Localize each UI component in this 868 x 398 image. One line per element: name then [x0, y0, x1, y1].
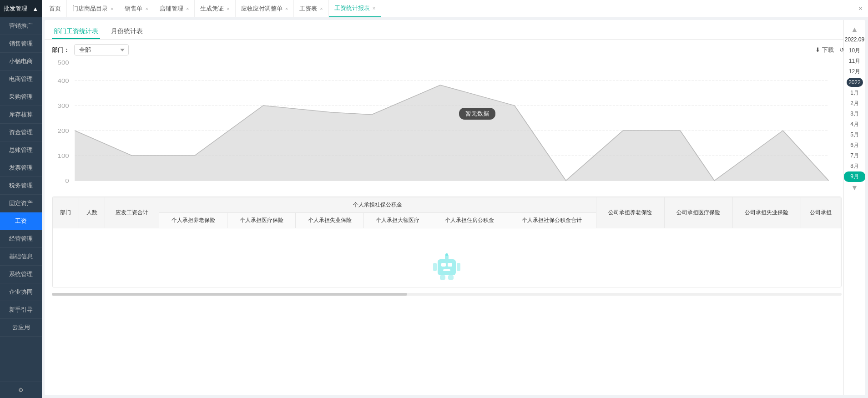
tab-gen-voucher[interactable]: 生成凭证 ×	[195, 0, 235, 17]
svg-rect-15	[443, 269, 450, 271]
sidebar-item-xsgl[interactable]: 销售管理	[0, 35, 42, 53]
sidebar-item-qyxt[interactable]: 企业协同	[0, 283, 42, 301]
tab-store-catalog[interactable]: 门店商品目录 ×	[67, 0, 119, 17]
download-button[interactable]: ⬇ 下载	[815, 46, 834, 54]
sidebar-toggle-icon[interactable]: ▲	[32, 5, 38, 12]
col-company-unemployment: 公司承担失业保险	[732, 197, 801, 228]
sidebar-item-xtgl[interactable]: 系统管理	[0, 266, 42, 283]
sidebar-title: 批发管理	[4, 5, 27, 13]
sidebar-item-kchsg[interactable]: 库存核算	[0, 106, 42, 124]
col-p-medical: 个人承担医疗保险	[227, 213, 296, 228]
sidebar-item-gdzc[interactable]: 固定资产	[0, 195, 42, 212]
svg-rect-14	[448, 263, 452, 267]
right-panel: ▲ 2022.09 10月 11月 12月 2022 1月 2月 3月	[843, 20, 865, 395]
col-count: 人数	[79, 197, 105, 228]
close-icon[interactable]: ×	[186, 6, 189, 11]
tab-store-mgmt[interactable]: 店铺管理 ×	[154, 0, 195, 17]
month-feb[interactable]: 2月	[844, 98, 865, 109]
sidebar-item-dsg1[interactable]: 电商管理	[0, 71, 42, 88]
col-p-pension: 个人承担养老保险	[159, 213, 227, 228]
svg-text:400: 400	[58, 78, 70, 84]
svg-text:0: 0	[65, 178, 69, 184]
svg-rect-12	[438, 259, 456, 275]
svg-rect-19	[457, 263, 460, 271]
sidebar-item-jygl[interactable]: 经营管理	[0, 230, 42, 248]
close-icon[interactable]: ×	[111, 6, 113, 11]
sidebar-item-jcxx[interactable]: 基础信息	[0, 248, 42, 266]
sidebar-item-fpgl[interactable]: 发票管理	[0, 159, 42, 177]
table-wrapper[interactable]: 部门 人数 应发工资合计 个人承担社保公积金 公司承担养老保险 公司承担医疗保险…	[52, 196, 842, 287]
scroll-down-icon[interactable]: ▼	[851, 184, 858, 192]
download-icon: ⬇	[815, 46, 820, 53]
sidebar-item-cggl[interactable]: 采购管理	[0, 88, 42, 106]
close-icon[interactable]: ×	[373, 5, 375, 11]
sidebar-item-yxtt[interactable]: 营销推广	[0, 17, 42, 35]
month-sep[interactable]: 9月	[844, 171, 865, 182]
col-p-major-medical: 个人承担大额医疗	[363, 213, 432, 228]
gear-icon[interactable]: ⚙	[18, 387, 24, 393]
tabs-bar: 首页 门店商品目录 × 销售单 × 店铺管理 × 生成凭证 × 应收应付调整单 …	[42, 0, 868, 17]
col-p-housing: 个人承担住房公积金	[432, 213, 507, 228]
svg-rect-21	[448, 275, 454, 280]
month-may[interactable]: 5月	[844, 130, 865, 140]
col-personal-group: 个人承担社保公积金	[159, 197, 596, 213]
svg-point-17	[445, 253, 448, 256]
sidebar-item-xcdg[interactable]: 小畅电商	[0, 53, 42, 71]
month-jun[interactable]: 6月	[844, 140, 865, 151]
month-jan[interactable]: 1月	[844, 88, 865, 98]
toolbar: 部门： 全部 销售部 财务部 人事部 ⬇ 下载 ↺ 刷新	[45, 40, 865, 60]
scroll-thumb[interactable]	[52, 293, 407, 296]
sidebar-item-gz[interactable]: 工资	[0, 212, 42, 230]
svg-rect-13	[441, 263, 446, 267]
sub-tab-dept-stats[interactable]: 部门工资统计表	[52, 25, 100, 39]
month-dec[interactable]: 12月	[844, 66, 865, 77]
scroll-up-icon[interactable]: ▲	[851, 25, 858, 34]
sidebar-item-zzgl[interactable]: 总账管理	[0, 141, 42, 159]
tab-home[interactable]: 首页	[44, 0, 67, 17]
col-p-unemployment: 个人承担失业保险	[296, 213, 364, 228]
year-marker-2022[interactable]: 2022	[847, 78, 863, 87]
close-icon[interactable]: ×	[227, 6, 229, 11]
close-icon[interactable]: ×	[285, 6, 288, 11]
sidebar-item-xsyd[interactable]: 新手引导	[0, 301, 42, 319]
data-table: 部门 人数 应发工资合计 个人承担社保公积金 公司承担养老保险 公司承担医疗保险…	[52, 197, 841, 287]
sidebar-item-zjgl[interactable]: 资金管理	[0, 124, 42, 141]
svg-text:500: 500	[58, 60, 70, 66]
toolbar-left: 部门： 全部 销售部 财务部 人事部	[52, 44, 129, 55]
horizontal-scrollbar[interactable]	[52, 293, 842, 296]
month-mar[interactable]: 3月	[844, 109, 865, 119]
tab-payroll[interactable]: 工资表 ×	[294, 0, 328, 17]
month-oct[interactable]: 10月	[844, 45, 865, 56]
svg-text:300: 300	[58, 103, 70, 109]
svg-marker-11	[75, 85, 828, 181]
tab-payroll-report[interactable]: 工资统计报表 ×	[329, 0, 381, 17]
empty-icon	[429, 250, 465, 287]
sidebar-footer[interactable]: ⚙	[0, 382, 42, 398]
svg-rect-18	[433, 263, 437, 271]
svg-text:200: 200	[58, 128, 70, 134]
content-panel: 部门工资统计表 月份统计表 部门： 全部 销售部 财务部 人事部 ⬇ 下载	[45, 20, 865, 395]
close-icon[interactable]: ×	[320, 6, 323, 11]
chart-svg: 0 100 200 300 400 500	[52, 60, 834, 187]
col-total: 应发工资合计	[105, 197, 159, 228]
month-apr[interactable]: 4月	[844, 119, 865, 130]
tab-ar-ap[interactable]: 应收应付调整单 ×	[236, 0, 294, 17]
main-area: 首页 门店商品目录 × 销售单 × 店铺管理 × 生成凭证 × 应收应付调整单 …	[42, 0, 868, 398]
col-company-pension: 公司承担养老保险	[596, 197, 664, 228]
close-all-button[interactable]: ×	[858, 5, 863, 13]
month-aug[interactable]: 8月	[844, 161, 865, 171]
tab-sales-order[interactable]: 销售单 ×	[119, 0, 154, 17]
month-jul[interactable]: 7月	[844, 151, 865, 161]
empty-row: 暂无数据	[53, 228, 841, 288]
dept-label: 部门：	[52, 46, 70, 54]
col-p-total: 个人承担社保公积金合计	[507, 213, 596, 228]
sub-tabs: 部门工资统计表 月份统计表	[45, 20, 865, 40]
month-nov[interactable]: 11月	[844, 56, 865, 66]
sidebar-header[interactable]: 批发管理 ▲	[0, 0, 42, 17]
close-icon[interactable]: ×	[145, 6, 148, 11]
dept-select[interactable]: 全部 销售部 财务部 人事部	[74, 44, 129, 55]
sub-tab-month-stats[interactable]: 月份统计表	[109, 25, 145, 39]
sidebar-item-yyyy[interactable]: 云应用	[0, 319, 42, 337]
sidebar-item-swgl[interactable]: 税务管理	[0, 177, 42, 195]
year-label-2022: 2022.09	[843, 35, 865, 44]
